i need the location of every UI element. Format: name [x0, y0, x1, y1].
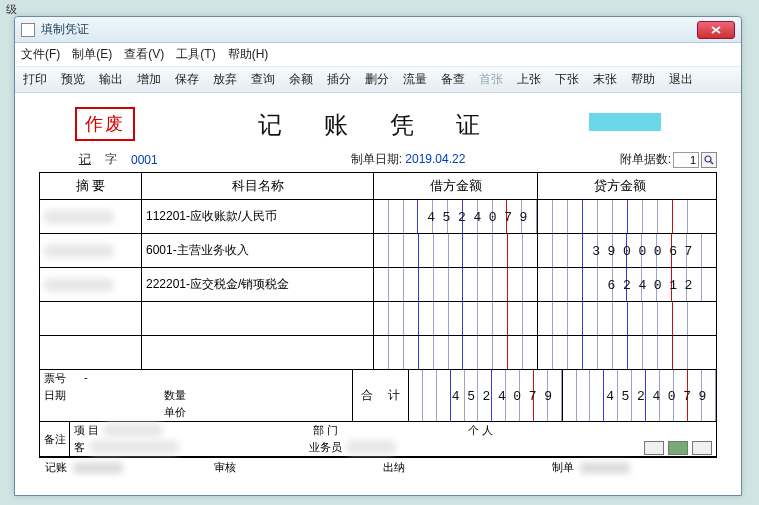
tb-help[interactable]: 帮助 [627, 69, 659, 90]
sum-label: 合 计 [353, 370, 410, 421]
customer-label: 客 [74, 440, 85, 455]
lookup-button[interactable] [701, 152, 717, 168]
maker-name [580, 462, 630, 474]
row-summary[interactable] [40, 302, 142, 335]
close-button[interactable] [697, 21, 735, 39]
titlebar[interactable]: 填制凭证 [15, 17, 741, 43]
debit-total-cell: 4524079 [409, 370, 562, 421]
void-stamp: 作废 [75, 107, 135, 141]
tb-abandon[interactable]: 放弃 [209, 69, 241, 90]
operator-label: 业务员 [309, 440, 342, 455]
row-summary[interactable] [40, 336, 142, 369]
row-summary[interactable] [40, 234, 142, 267]
tb-exit[interactable]: 退出 [665, 69, 697, 90]
search-icon [704, 155, 714, 165]
voucher-number[interactable]: 0001 [131, 153, 158, 167]
close-icon [711, 26, 721, 34]
project-label: 项 目 [74, 423, 99, 438]
tb-first: 首张 [475, 69, 507, 90]
price-label: 单价 [164, 405, 186, 420]
voucher-window: 填制凭证 文件(F) 制单(E) 查看(V) 工具(T) 帮助(H) 打印 预览… [14, 16, 742, 496]
row-credit[interactable] [538, 336, 702, 369]
action-icon-3[interactable] [692, 441, 712, 455]
tb-next[interactable]: 下张 [551, 69, 583, 90]
tb-output[interactable]: 输出 [95, 69, 127, 90]
toolbar: 打印 预览 输出 增加 保存 放弃 查询 余额 插分 删分 流量 备查 首张 上… [15, 67, 741, 93]
hdr-summary: 摘 要 [40, 173, 142, 199]
menu-tool[interactable]: 工具(T) [176, 46, 215, 63]
row-subject[interactable]: 222201-应交税金/销项税金 [142, 268, 374, 301]
row-credit[interactable]: 3900067 [538, 234, 702, 267]
sig-bookkeep: 记账 [45, 460, 67, 475]
action-icon-2[interactable] [668, 441, 688, 455]
customer-value[interactable] [89, 440, 179, 454]
tb-prev[interactable]: 上张 [513, 69, 545, 90]
ticket-dash: - [84, 371, 88, 386]
menu-make[interactable]: 制单(E) [72, 46, 112, 63]
highlight-bar [589, 113, 661, 131]
dept-label: 部 门 [313, 423, 338, 438]
menu-file[interactable]: 文件(F) [21, 46, 60, 63]
menu-help[interactable]: 帮助(H) [228, 46, 269, 63]
date-label: 制单日期: [351, 152, 402, 166]
action-icon-1[interactable] [644, 441, 664, 455]
row-credit[interactable] [538, 200, 702, 233]
voucher-row[interactable] [40, 302, 716, 336]
row-debit[interactable] [374, 336, 538, 369]
hdr-subject: 科目名称 [142, 173, 374, 199]
sig-maker: 制单 [552, 460, 574, 475]
tb-balance[interactable]: 余额 [285, 69, 317, 90]
remark-label: 备注 [40, 422, 70, 456]
row-debit[interactable] [374, 234, 538, 267]
ticket-label: 票号 [44, 371, 84, 386]
app-icon [21, 23, 35, 37]
row-debit[interactable] [374, 268, 538, 301]
tb-flow[interactable]: 流量 [399, 69, 431, 90]
tb-preview[interactable]: 预览 [57, 69, 89, 90]
attach-label: 附单据数: [620, 151, 671, 168]
signature-row: 记账 审核 出纳 制单 [39, 458, 717, 477]
attach-input[interactable] [673, 152, 699, 168]
tb-last[interactable]: 末张 [589, 69, 621, 90]
tb-query[interactable]: 查询 [247, 69, 279, 90]
voucher-row[interactable]: 6001-主营业务收入3900067 [40, 234, 716, 268]
menu-view[interactable]: 查看(V) [124, 46, 164, 63]
meta-zi: 字 [105, 151, 117, 168]
operator-value[interactable] [346, 440, 396, 454]
voucher-row[interactable]: 222201-应交税金/销项税金624012 [40, 268, 716, 302]
row-debit[interactable] [374, 302, 538, 335]
voucher-row[interactable]: 112201-应收账款/人民币4524079 [40, 200, 716, 234]
grid-header: 摘 要 科目名称 借方金额 贷方金额 [40, 173, 716, 200]
row-credit[interactable] [538, 302, 702, 335]
footer-block: 票号- 日期数量 单价 合 计 4524079 4524079 [40, 370, 716, 422]
date-value[interactable]: 2019.04.22 [405, 152, 465, 166]
window-title: 填制凭证 [41, 21, 697, 38]
tb-print[interactable]: 打印 [19, 69, 51, 90]
meta-row: 记 字 0001 制单日期: 2019.04.22 附单据数: [39, 151, 717, 168]
row-subject[interactable] [142, 336, 374, 369]
tb-insert[interactable]: 插分 [323, 69, 355, 90]
fdate-label: 日期 [44, 388, 84, 403]
tb-backup[interactable]: 备查 [437, 69, 469, 90]
credit-total-cell: 4524079 [563, 370, 716, 421]
tb-add[interactable]: 增加 [133, 69, 165, 90]
tb-save[interactable]: 保存 [171, 69, 203, 90]
voucher-row[interactable] [40, 336, 716, 370]
row-subject[interactable] [142, 302, 374, 335]
row-subject[interactable]: 6001-主营业务收入 [142, 234, 374, 267]
row-debit[interactable]: 4524079 [374, 200, 538, 233]
outer-app-label: 级 [2, 1, 21, 17]
remark-row: 备注 项 目 部 门 个 人 客 业务员 [40, 422, 716, 457]
row-summary[interactable] [40, 200, 142, 233]
row-credit[interactable]: 624012 [538, 268, 702, 301]
sig-audit: 审核 [214, 460, 236, 475]
meta-ji: 记 [79, 151, 91, 168]
row-subject[interactable]: 112201-应收账款/人民币 [142, 200, 374, 233]
voucher-grid: 摘 要 科目名称 借方金额 贷方金额 112201-应收账款/人民币452407… [39, 172, 717, 458]
menubar: 文件(F) 制单(E) 查看(V) 工具(T) 帮助(H) [15, 43, 741, 67]
tb-delete[interactable]: 删分 [361, 69, 393, 90]
project-value[interactable] [103, 423, 163, 437]
person-label: 个 人 [468, 423, 493, 438]
sig-cashier: 出纳 [383, 460, 405, 475]
row-summary[interactable] [40, 268, 142, 301]
